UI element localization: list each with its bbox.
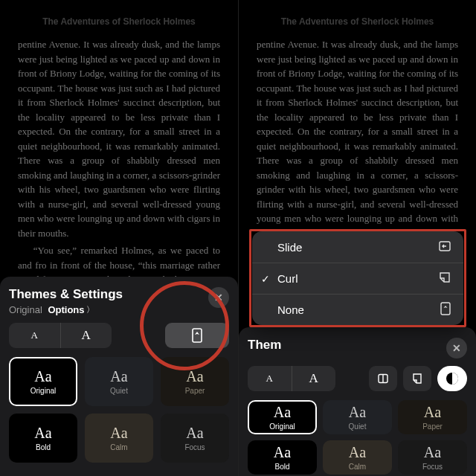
theme-tile-bold[interactable]: AaBold [9,414,77,463]
theme-label: Paper [422,422,443,431]
theme-sample: Aa [424,445,441,460]
theme-sample: Aa [110,425,127,440]
svg-rect-0 [193,329,202,342]
sheet-subtitle[interactable]: Original Options 〉 [9,304,123,315]
page-turn-menu: Slide ✓ Curl None [252,231,463,325]
theme-label: Quiet [349,422,367,431]
theme-tile-quiet[interactable]: AaQuiet [85,357,153,406]
theme-sample: Aa [274,445,291,460]
sheet-title-truncated: Them [248,338,281,353]
close-button[interactable]: ✕ [446,338,467,358]
theme-tile-focus[interactable]: AaFocus [161,414,229,463]
left-screenshot: The Adventures of Sherlock Holmes pentin… [0,0,238,476]
theme-tile-focus[interactable]: AaFocus [398,440,467,475]
theme-tile-paper[interactable]: AaPaper [398,400,467,434]
theme-sample: Aa [186,425,203,440]
themes-settings-sheet: Them ✕ A A AaOrigin [239,327,476,476]
page-turn-style-button[interactable] [165,323,229,348]
theme-tile-original[interactable]: AaOriginal [9,357,77,406]
right-screenshot: The Adventures of Sherlock Holmes pentin… [238,0,476,476]
font-size-segmented: A A [248,366,335,391]
none-scroll-icon [440,301,451,318]
theme-sample: Aa [349,405,366,419]
close-icon: ✕ [452,342,461,354]
theme-sample: Aa [34,369,51,384]
sheet-title: Themes & Settings [9,287,123,302]
themes-settings-sheet: Themes & Settings Original Options 〉 ✕ A… [0,277,238,476]
scroll-icon [190,327,204,344]
current-theme-name: Original [9,304,42,315]
theme-label: Calm [349,463,366,471]
theme-sample: Aa [186,369,203,384]
theme-label: Quiet [110,387,128,395]
menu-item-curl[interactable]: ✓ Curl [252,263,463,294]
theme-label: Focus [184,443,205,451]
menu-item-label: None [277,303,304,316]
font-size-decrease[interactable]: A [9,323,60,348]
slide-icon [377,373,389,385]
menu-item-label: Slide [277,241,302,254]
menu-item-label: Curl [277,272,298,285]
theme-label: Focus [422,463,443,471]
theme-label: Bold [274,463,289,471]
chevron-right-icon: 〉 [86,304,94,315]
theme-sample: Aa [110,369,127,384]
font-size-increase[interactable]: A [60,323,112,348]
contrast-toggle[interactable] [437,366,467,391]
page-style-slide-button[interactable] [369,366,397,391]
font-size-decrease[interactable]: A [248,366,292,391]
font-size-segmented: A A [9,323,112,348]
menu-item-none[interactable]: None [252,294,463,325]
close-button[interactable]: ✕ [208,287,229,308]
font-size-increase[interactable]: A [292,366,336,391]
theme-label: Original [30,387,56,395]
checkmark-icon: ✓ [261,273,270,285]
page-style-curl-button[interactable] [403,366,431,391]
theme-grid-left: AaOriginalAaQuietAaPaperAaBoldAaCalmAaFo… [9,357,229,463]
theme-tile-original[interactable]: AaOriginal [248,400,317,434]
theme-label: Calm [110,443,127,451]
theme-sample: Aa [274,405,291,419]
theme-tile-paper[interactable]: AaPaper [161,357,229,406]
theme-tile-calm[interactable]: AaCalm [85,414,153,463]
close-icon: ✕ [214,292,223,303]
options-link-label: Options [48,304,84,315]
theme-label: Original [269,422,295,431]
theme-grid-right: AaOriginalAaQuietAaPaperAaBoldAaCalmAaFo… [248,400,467,475]
theme-tile-calm[interactable]: AaCalm [323,440,392,475]
theme-sample: Aa [349,445,366,460]
theme-tile-quiet[interactable]: AaQuiet [323,400,392,434]
curl-icon [438,271,451,286]
theme-sample: Aa [424,405,441,419]
contrast-icon [445,371,460,386]
slide-icon [438,239,451,255]
menu-item-slide[interactable]: Slide [252,231,463,263]
theme-tile-bold[interactable]: AaBold [248,440,317,475]
theme-label: Paper [185,387,205,395]
theme-label: Bold [36,443,51,451]
theme-sample: Aa [34,425,51,440]
svg-rect-2 [441,303,450,315]
curl-icon [411,373,423,385]
